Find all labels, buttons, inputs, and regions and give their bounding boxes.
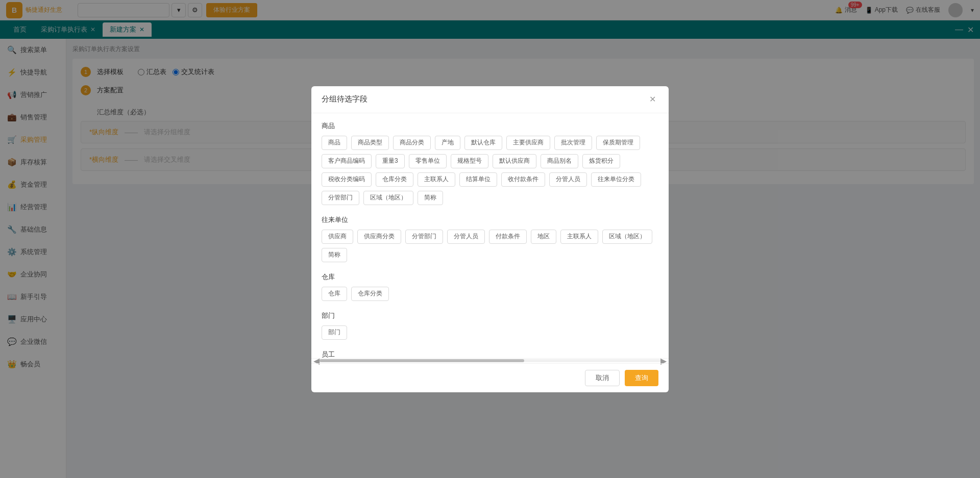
field-tag-manage-dept[interactable]: 分管部门 <box>322 191 359 205</box>
field-tag-spec-model[interactable]: 规格型号 <box>451 154 488 168</box>
field-tag-main-supplier[interactable]: 主要供应商 <box>506 136 550 150</box>
section-employee-title: 员工 <box>322 350 658 358</box>
field-tag-partner-category[interactable]: 往来单位分类 <box>591 172 641 187</box>
modal-title: 分组待选字段 <box>322 94 368 104</box>
field-tag-manager[interactable]: 分管人员 <box>549 172 587 187</box>
section-employee: 员工 业务员 <box>322 350 658 358</box>
field-tag-main-contact[interactable]: 主联系人 <box>418 172 455 187</box>
hscroll-track[interactable] <box>320 359 660 362</box>
section-product-title: 商品 <box>322 121 658 131</box>
field-selection-modal: 分组待选字段 ✕ 商品 商品 商品类型 商品分类 产地 默认仓库 主要供应商 批… <box>311 86 669 392</box>
field-tag-area[interactable]: 地区 <box>531 230 556 244</box>
section-warehouse-tags: 仓库 仓库分类 <box>322 287 658 301</box>
modal-header: 分组待选字段 ✕ <box>311 86 669 113</box>
modal-close-btn[interactable]: ✕ <box>646 93 658 106</box>
section-partner-tags: 供应商 供应商分类 分管部门 分管人员 付款条件 地区 主联系人 区域（地区） … <box>322 230 658 262</box>
section-dept-tags: 部门 <box>322 325 658 340</box>
field-tag-product-type[interactable]: 商品类型 <box>351 136 389 150</box>
field-tag-short-name2[interactable]: 简称 <box>322 248 347 262</box>
confirm-btn[interactable]: 查询 <box>625 370 658 386</box>
field-tag-payment-terms[interactable]: 收付款条件 <box>501 172 545 187</box>
field-tag-product[interactable]: 商品 <box>322 136 347 150</box>
field-tag-refine-points[interactable]: 炼货积分 <box>582 154 620 168</box>
modal-footer: 取消 查询 <box>311 363 669 392</box>
field-tag-product-alias[interactable]: 商品别名 <box>541 154 578 168</box>
section-partner-title: 往来单位 <box>322 215 658 224</box>
field-tag-region[interactable]: 区域（地区） <box>363 191 413 205</box>
field-tag-weight3[interactable]: 重量3 <box>376 154 405 168</box>
field-tag-default-supplier[interactable]: 默认供应商 <box>493 154 536 168</box>
field-tag-payment-condition[interactable]: 付款条件 <box>489 230 527 244</box>
field-tag-dept[interactable]: 部门 <box>322 325 347 340</box>
section-dept: 部门 部门 <box>322 311 658 340</box>
modal-overlay: 分组待选字段 ✕ 商品 商品 商品类型 商品分类 产地 默认仓库 主要供应商 批… <box>0 0 980 478</box>
field-tag-product-category[interactable]: 商品分类 <box>393 136 431 150</box>
modal-body[interactable]: 商品 商品 商品类型 商品分类 产地 默认仓库 主要供应商 批次管理 保质期管理… <box>311 113 669 358</box>
section-warehouse: 仓库 仓库 仓库分类 <box>322 272 658 301</box>
field-tag-retail-unit[interactable]: 零售单位 <box>409 154 447 168</box>
field-tag-customer-code[interactable]: 客户商品编码 <box>322 154 372 168</box>
section-product-tags: 商品 商品类型 商品分类 产地 默认仓库 主要供应商 批次管理 保质期管理 客户… <box>322 136 658 205</box>
hscroll-thumb[interactable] <box>320 359 524 362</box>
section-partner: 往来单位 供应商 供应商分类 分管部门 分管人员 付款条件 地区 主联系人 区域… <box>322 215 658 262</box>
section-dept-title: 部门 <box>322 311 658 320</box>
field-tag-batch-manage[interactable]: 批次管理 <box>554 136 592 150</box>
field-tag-warehouse[interactable]: 仓库 <box>322 287 347 301</box>
field-tag-dept-manage[interactable]: 分管部门 <box>405 230 443 244</box>
field-tag-default-warehouse[interactable]: 默认仓库 <box>464 136 502 150</box>
field-tag-warehouse-cat[interactable]: 仓库分类 <box>351 287 389 301</box>
field-tag-shelf-life[interactable]: 保质期管理 <box>596 136 640 150</box>
cancel-btn[interactable]: 取消 <box>585 370 620 386</box>
modal-horizontal-scrollbar[interactable]: ◀ ▶ <box>311 358 669 363</box>
field-tag-settlement-unit[interactable]: 结算单位 <box>459 172 497 187</box>
field-tag-tax-code[interactable]: 税收分类编码 <box>322 172 372 187</box>
field-tag-region2[interactable]: 区域（地区） <box>602 230 652 244</box>
field-tag-supplier[interactable]: 供应商 <box>322 230 353 244</box>
field-tag-person-manage[interactable]: 分管人员 <box>447 230 485 244</box>
field-tag-origin[interactable]: 产地 <box>435 136 460 150</box>
section-warehouse-title: 仓库 <box>322 272 658 282</box>
field-tag-short-name[interactable]: 简称 <box>418 191 443 205</box>
field-tag-main-contact2[interactable]: 主联系人 <box>560 230 598 244</box>
section-product: 商品 商品 商品类型 商品分类 产地 默认仓库 主要供应商 批次管理 保质期管理… <box>322 121 658 205</box>
field-tag-warehouse-category[interactable]: 仓库分类 <box>376 172 413 187</box>
field-tag-supplier-category[interactable]: 供应商分类 <box>357 230 401 244</box>
